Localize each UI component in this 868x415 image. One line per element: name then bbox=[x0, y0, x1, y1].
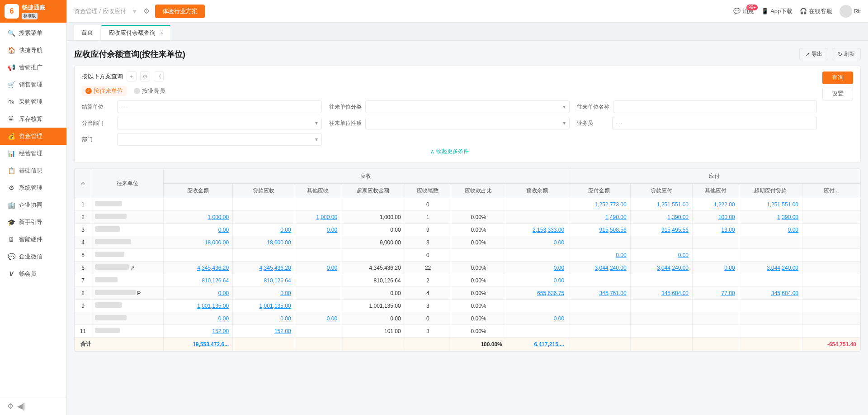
sidebar-item-operation[interactable]: 📊 经营管理 bbox=[0, 145, 66, 162]
table-cell[interactable]: 0.00 bbox=[506, 262, 568, 274]
sidebar-item-basic[interactable]: 📋 基础信息 bbox=[0, 162, 66, 179]
table-cell[interactable] bbox=[630, 274, 692, 287]
table-cell[interactable] bbox=[295, 274, 341, 287]
service-button[interactable]: 🎧 在线客服 bbox=[800, 7, 832, 15]
table-cell[interactable]: 915,508.56 bbox=[568, 224, 630, 236]
msg-button[interactable]: 💬 消息 99+ bbox=[733, 7, 754, 15]
table-settings-icon[interactable]: ⚙ bbox=[80, 181, 85, 187]
table-cell[interactable]: 1,222.00 bbox=[693, 198, 739, 211]
table-cell[interactable]: 1,251,551.00 bbox=[630, 198, 692, 211]
sidebar-item-finance[interactable]: 💰 资金管理 bbox=[0, 128, 66, 145]
input-category[interactable]: ▾ bbox=[365, 100, 569, 113]
table-cell[interactable] bbox=[506, 211, 568, 224]
table-cell[interactable]: 810,126.64 bbox=[164, 274, 233, 287]
tab-home[interactable]: 首页 bbox=[74, 25, 100, 40]
table-cell[interactable] bbox=[693, 249, 739, 262]
table-cell[interactable]: 3,044,240.00 bbox=[630, 262, 692, 274]
table-cell[interactable]: 0.00 bbox=[693, 262, 739, 274]
sidebar-item-marketing[interactable]: 📢 营销推广 bbox=[0, 59, 66, 76]
table-cell[interactable]: 152.00 bbox=[233, 325, 295, 338]
table-cell[interactable] bbox=[739, 312, 802, 325]
app-download-button[interactable]: 📱 App下载 bbox=[761, 7, 793, 15]
sidebar-item-wechat[interactable]: 💬 企业微信 bbox=[0, 248, 66, 265]
topbar-gear-icon[interactable]: ⚙ bbox=[143, 7, 150, 15]
table-cell[interactable]: 0.00 bbox=[506, 312, 568, 325]
table-cell[interactable]: 1,001,135.00 bbox=[164, 300, 233, 312]
th-settings[interactable]: ⚙ bbox=[75, 169, 91, 198]
filter-collapse-btn[interactable]: 《 bbox=[154, 72, 164, 81]
table-cell[interactable] bbox=[693, 274, 739, 287]
table-cell[interactable] bbox=[295, 300, 341, 312]
promo-button[interactable]: 体验行业方案 bbox=[155, 5, 205, 18]
table-cell[interactable] bbox=[693, 325, 739, 338]
table-cell[interactable] bbox=[295, 325, 341, 338]
table-cell[interactable]: 0.00 bbox=[233, 312, 295, 325]
input-dept[interactable]: ▾ bbox=[117, 133, 322, 146]
table-cell[interactable]: 915,495.56 bbox=[630, 224, 692, 236]
table-cell[interactable] bbox=[739, 236, 802, 249]
table-cell[interactable]: 1,390.00 bbox=[739, 211, 802, 224]
table-cell[interactable]: 1,001,135.00 bbox=[233, 300, 295, 312]
table-cell[interactable] bbox=[233, 249, 295, 262]
table-cell[interactable] bbox=[295, 249, 341, 262]
sidebar-item-purchase[interactable]: 🛍 采购管理 bbox=[0, 93, 66, 110]
table-cell[interactable]: 0.00 bbox=[506, 236, 568, 249]
table-cell[interactable]: 810,126.64 bbox=[233, 274, 295, 287]
filter-add-btn[interactable]: ＋ bbox=[127, 72, 137, 81]
table-cell[interactable] bbox=[233, 211, 295, 224]
tab-close-icon[interactable]: × bbox=[160, 30, 163, 36]
settings-bottom-icon[interactable]: ⚙ bbox=[7, 402, 14, 410]
query-button[interactable]: 查询 bbox=[822, 72, 853, 84]
table-cell[interactable] bbox=[295, 236, 341, 249]
table-cell[interactable] bbox=[568, 312, 630, 325]
table-cell[interactable]: 77.00 bbox=[693, 287, 739, 300]
export-button[interactable]: ↗ 导出 bbox=[799, 48, 828, 60]
filter-settings-btn[interactable]: ⊙ bbox=[140, 72, 150, 81]
sidebar-item-system[interactable]: ⚙ 系统管理 bbox=[0, 179, 66, 196]
collapse-more-button[interactable]: ∧ 收起更多条件 bbox=[82, 146, 817, 157]
table-cell[interactable] bbox=[693, 300, 739, 312]
table-cell[interactable] bbox=[630, 300, 692, 312]
table-cell[interactable]: 0.00 bbox=[164, 312, 233, 325]
table-cell[interactable] bbox=[506, 198, 568, 211]
sidebar-item-hardware[interactable]: 🖥 智能硬件 bbox=[0, 231, 66, 248]
table-cell[interactable] bbox=[630, 325, 692, 338]
table-cell[interactable]: 0.00 bbox=[506, 274, 568, 287]
table-cell[interactable] bbox=[739, 249, 802, 262]
table-cell[interactable]: 3,044,240.00 bbox=[568, 262, 630, 274]
input-salesperson[interactable]: ··· bbox=[612, 117, 817, 129]
set-button[interactable]: 设置 bbox=[822, 87, 853, 100]
sidebar-item-quicknav[interactable]: 🏠 快捷导航 bbox=[0, 42, 66, 59]
table-cell[interactable]: 1,252,773.00 bbox=[568, 198, 630, 211]
table-cell[interactable]: 0.00 bbox=[295, 312, 341, 325]
sidebar-item-sales[interactable]: 🛒 销售管理 bbox=[0, 76, 66, 93]
table-cell[interactable] bbox=[568, 236, 630, 249]
sidebar-item-search[interactable]: 🔍 搜索菜单 bbox=[0, 24, 66, 42]
total-ar-prepay[interactable]: 6,417,215.... bbox=[506, 338, 568, 351]
table-cell[interactable]: 1,000.00 bbox=[295, 211, 341, 224]
collapse-sidebar-icon[interactable]: ◀‖ bbox=[17, 402, 26, 410]
table-cell[interactable] bbox=[568, 274, 630, 287]
table-cell[interactable]: 3,044,240.00 bbox=[739, 262, 802, 274]
table-cell[interactable]: 0.00 bbox=[164, 287, 233, 300]
table-cell[interactable]: 18,000.00 bbox=[164, 236, 233, 249]
sidebar-item-corp[interactable]: 🏢 企业协同 bbox=[0, 196, 66, 214]
total-ar-amount[interactable]: 19,553,472,6... bbox=[164, 338, 233, 351]
table-cell[interactable]: 2,153,333.00 bbox=[506, 224, 568, 236]
table-cell[interactable] bbox=[295, 287, 341, 300]
table-cell[interactable]: 0.00 bbox=[164, 224, 233, 236]
table-cell[interactable] bbox=[164, 198, 233, 211]
table-cell[interactable]: 4,345,436.20 bbox=[233, 262, 295, 274]
table-cell[interactable] bbox=[568, 300, 630, 312]
table-cell[interactable] bbox=[630, 312, 692, 325]
table-cell[interactable]: 18,000.00 bbox=[233, 236, 295, 249]
table-cell[interactable] bbox=[739, 274, 802, 287]
table-cell[interactable] bbox=[506, 249, 568, 262]
scheme-by-salesperson[interactable]: 按业务员 bbox=[130, 86, 169, 96]
table-cell[interactable]: 345,684.00 bbox=[630, 287, 692, 300]
table-cell[interactable] bbox=[164, 249, 233, 262]
scheme-by-partner[interactable]: ✓ 按往来单位 bbox=[82, 86, 127, 96]
table-cell[interactable] bbox=[739, 325, 802, 338]
table-scroll[interactable]: ⚙ 往来单位 应收 应付 应收金额 贷款应收 其他应收 超期应收金额 应收笔数 bbox=[75, 169, 860, 351]
table-cell[interactable] bbox=[568, 325, 630, 338]
